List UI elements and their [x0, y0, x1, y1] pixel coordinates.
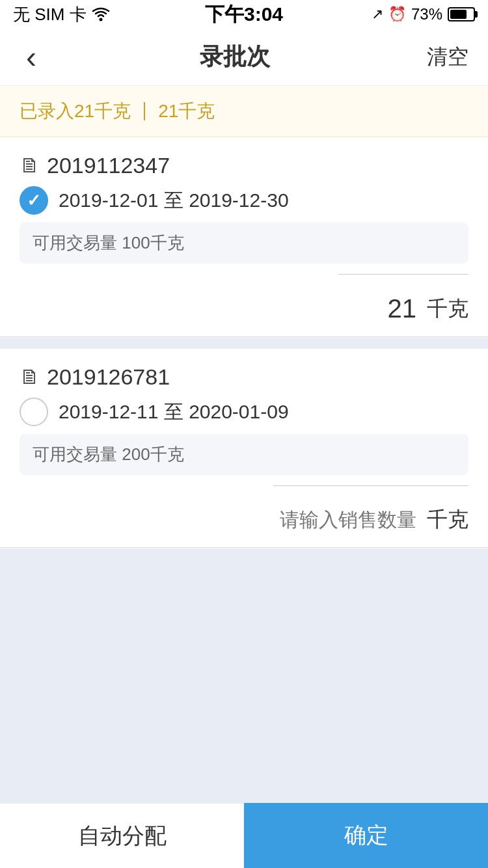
- batch-card-1: 🗎 2019112347 2019-12-01 至 2019-12-30 可用交…: [0, 137, 488, 337]
- recorded-info: 已录入21千克: [20, 99, 131, 124]
- batch-1-unit: 千克: [427, 295, 468, 323]
- battery-icon: [448, 7, 475, 21]
- batch-2-id: 2019126781: [47, 364, 170, 390]
- batch-1-icon: 🗎: [20, 154, 40, 178]
- auto-distribute-button[interactable]: 自动分配: [0, 803, 244, 868]
- batch-2-unit: 千克: [427, 506, 468, 534]
- separator-1: [0, 338, 488, 349]
- batch-card-2: 🗎 2019126781 2019-12-11 至 2020-01-09 可用交…: [0, 349, 488, 548]
- batch-2-header: 🗎 2019126781: [0, 349, 488, 395]
- batch-1-header: 🗎 2019112347: [0, 137, 488, 183]
- status-time: 下午3:04: [205, 1, 283, 28]
- batch-1-row[interactable]: 2019-12-01 至 2019-12-30: [0, 183, 488, 223]
- batch-1-avail: 可用交易量 100千克: [20, 223, 468, 264]
- status-bar: 无 SIM 卡 下午3:04 ↗ ⏰ 73%: [0, 0, 488, 29]
- info-divider: [144, 102, 145, 120]
- bottom-bar: 自动分配 确定: [0, 803, 488, 868]
- confirm-button[interactable]: 确定: [244, 803, 488, 868]
- batch-1-amount-row: 千克: [0, 281, 488, 337]
- status-right: ↗ ⏰ 73%: [372, 5, 475, 23]
- total-info: 21千克: [158, 99, 215, 124]
- alarm-icon: ⏰: [388, 6, 406, 23]
- batch-1-amount-input[interactable]: [312, 294, 416, 323]
- wifi-icon: [92, 7, 110, 21]
- status-left: 无 SIM 卡: [13, 3, 110, 26]
- batch-1-radio[interactable]: [20, 186, 48, 215]
- carrier-text: 无 SIM 卡: [13, 3, 87, 26]
- clear-button[interactable]: 清空: [427, 43, 468, 72]
- batch-2-radio[interactable]: [20, 398, 48, 426]
- batch-2-avail: 可用交易量 200千克: [20, 434, 468, 475]
- nav-bar: ‹ 录批次 清空: [0, 29, 488, 86]
- svg-point-0: [99, 18, 102, 21]
- info-bar: 已录入21千克 21千克: [0, 86, 488, 137]
- location-icon: ↗: [372, 6, 383, 23]
- batch-2-quantity-input[interactable]: [234, 509, 416, 531]
- page-title: 录批次: [200, 41, 270, 73]
- battery-percent: 73%: [411, 5, 442, 23]
- batch-2-icon: 🗎: [20, 365, 40, 389]
- back-button[interactable]: ‹: [20, 33, 43, 81]
- batch-2-input-row: 千克: [0, 493, 488, 548]
- batch-1-id: 2019112347: [47, 153, 170, 178]
- batch-1-date: 2019-12-01 至 2019-12-30: [59, 187, 289, 214]
- batch-2-date: 2019-12-11 至 2020-01-09: [59, 399, 289, 426]
- batch-2-row[interactable]: 2019-12-11 至 2020-01-09: [0, 395, 488, 434]
